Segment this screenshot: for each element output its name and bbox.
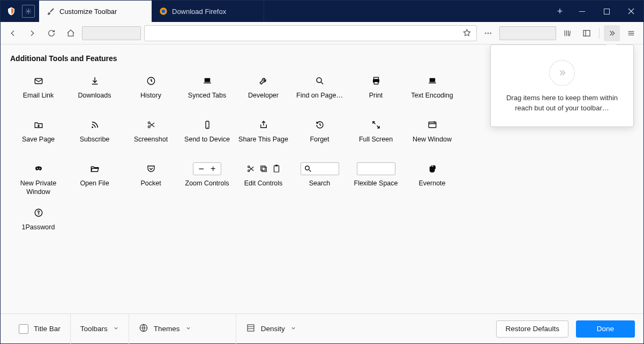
tool-private-window[interactable]: New Private Window: [10, 158, 66, 202]
laptop-icon: [203, 73, 212, 88]
svg-rect-32: [274, 166, 279, 172]
checkbox-icon: [19, 324, 28, 334]
tool-synced-tabs[interactable]: Synced Tabs: [179, 70, 235, 114]
tool-forget[interactable]: Forget: [291, 114, 348, 158]
history-back-icon: [315, 117, 325, 132]
tool-zoom-controls[interactable]: −+Zoom Controls: [179, 158, 235, 202]
back-button[interactable]: [5, 25, 21, 41]
wrench-icon: [259, 73, 268, 88]
customizable-space-1[interactable]: [82, 26, 141, 40]
overflow-drop-panel[interactable]: Drag items here to keep them within reac…: [490, 44, 634, 127]
pinned-site-icon[interactable]: [5, 5, 18, 18]
tool-new-window[interactable]: New Window: [404, 114, 460, 158]
minimize-button[interactable]: [570, 1, 594, 22]
tool-evernote[interactable]: Evernote: [404, 158, 460, 202]
svg-point-14: [317, 78, 321, 83]
library-icon[interactable]: [559, 25, 575, 41]
tab-customize[interactable]: Customize Toolbar: [39, 1, 152, 22]
rss-icon: [90, 117, 100, 132]
tool-1password[interactable]: 1Password: [10, 202, 66, 246]
svg-rect-10: [35, 79, 42, 84]
customizable-space-2[interactable]: [499, 26, 556, 40]
svg-point-34: [305, 166, 309, 170]
tab-download[interactable]: Download Firefox: [152, 1, 264, 22]
pinned-settings-icon[interactable]: [22, 5, 35, 18]
home-button[interactable]: [63, 25, 79, 41]
svg-point-26: [36, 168, 38, 169]
maximize-button[interactable]: [594, 1, 619, 22]
sidebar-icon[interactable]: [579, 25, 595, 41]
customize-panel: Additional Tools and Features Email Link…: [1, 44, 643, 313]
new-tab-button[interactable]: +: [550, 1, 570, 22]
tool-text-encoding[interactable]: Text Encoding: [404, 70, 460, 114]
clock-icon: [146, 73, 156, 88]
forward-button[interactable]: [24, 25, 40, 41]
app-menu-icon[interactable]: [623, 25, 639, 41]
tools-grid: Email Link Downloads History Synced Tabs…: [10, 70, 482, 246]
firefox-window: Customize Toolbar Download Firefox +: [0, 0, 644, 344]
tool-pocket[interactable]: Pocket: [123, 158, 179, 202]
themes-menu[interactable]: Themes: [129, 314, 236, 344]
svg-point-24: [207, 127, 208, 128]
mail-icon: [34, 73, 43, 88]
svg-rect-19: [429, 83, 436, 84]
overflow-button[interactable]: [604, 25, 620, 41]
bookmark-star-icon[interactable]: [459, 26, 474, 41]
tool-history[interactable]: History: [123, 70, 179, 114]
tool-edit-controls[interactable]: Edit Controls: [235, 158, 291, 202]
tool-print[interactable]: Print: [348, 70, 404, 114]
page-actions-icon[interactable]: [480, 25, 496, 41]
svg-rect-33: [275, 165, 278, 167]
chevron-down-icon: [185, 325, 191, 333]
key-circle-icon: [34, 205, 43, 220]
globe-icon: [139, 323, 148, 334]
cut-copy-paste-icon: [246, 161, 281, 176]
tool-find[interactable]: Find on Page…: [291, 70, 348, 114]
svg-rect-15: [373, 77, 378, 79]
firefox-icon: [159, 7, 168, 16]
close-button[interactable]: [619, 1, 643, 22]
tool-email-link[interactable]: Email Link: [10, 70, 66, 114]
tool-downloads[interactable]: Downloads: [66, 70, 123, 114]
density-menu[interactable]: Density: [236, 314, 306, 344]
tool-screenshot[interactable]: Screenshot: [123, 114, 179, 158]
chevron-down-icon: [113, 325, 119, 333]
density-icon: [246, 323, 256, 334]
tool-subscribe[interactable]: Subscribe: [66, 114, 123, 158]
toolbars-menu[interactable]: Toolbars: [71, 314, 129, 344]
restore-defaults-button[interactable]: Restore Defaults: [496, 320, 568, 338]
tool-send-to-device[interactable]: Send to Device: [179, 114, 235, 158]
svg-point-0: [28, 11, 29, 12]
done-button[interactable]: Done: [576, 320, 635, 338]
flexspace-icon: [357, 161, 395, 176]
scissors-icon: [146, 117, 156, 132]
titlebar-toggle[interactable]: Title Bar: [9, 314, 71, 344]
svg-rect-3: [579, 11, 585, 12]
tool-save-page[interactable]: Save Page: [10, 114, 66, 158]
svg-rect-18: [429, 78, 435, 83]
pinned-tabs: [1, 1, 39, 22]
svg-point-36: [38, 211, 39, 212]
tool-share[interactable]: Share This Page: [235, 114, 291, 158]
tool-search[interactable]: Search: [291, 158, 348, 202]
folder-open-icon: [90, 161, 100, 176]
tab-strip: Customize Toolbar Download Firefox: [39, 1, 264, 22]
titlebar: Customize Toolbar Download Firefox +: [1, 1, 643, 22]
tool-developer[interactable]: Developer: [235, 70, 291, 114]
toolbar-divider: [599, 28, 600, 39]
chevron-down-icon: [290, 325, 296, 333]
window-controls: [570, 1, 643, 22]
svg-point-6: [488, 32, 489, 33]
reload-button[interactable]: [43, 25, 59, 41]
download-icon: [90, 73, 100, 88]
svg-point-20: [92, 126, 93, 128]
tool-flexible-space[interactable]: Flexible Space: [348, 158, 404, 202]
tool-open-file[interactable]: Open File: [66, 158, 123, 202]
svg-point-21: [148, 122, 150, 124]
customize-footer: Title Bar Toolbars Themes Density Restor…: [1, 313, 643, 343]
url-bar[interactable]: [144, 25, 477, 41]
folder-down-icon: [34, 117, 43, 132]
tool-fullscreen[interactable]: Full Screen: [348, 114, 404, 158]
svg-point-29: [248, 170, 249, 171]
svg-point-27: [39, 168, 40, 169]
